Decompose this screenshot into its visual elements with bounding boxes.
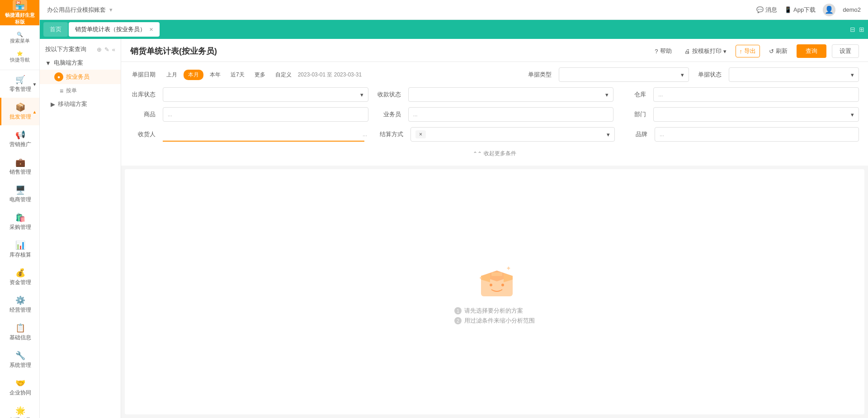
sidebar-nav-item-finance[interactable]: 💰 资金管理 (0, 263, 40, 291)
payment-tag: × (415, 130, 426, 138)
payment-tag-close[interactable]: × (419, 131, 422, 138)
left-panel: 按以下方案查询 ⊕ ✎ « ▼ 电脑端方案 ● 按业务员 (40, 39, 121, 418)
payment-label: 结算方式 (378, 130, 403, 138)
sidebar-nav-item-retail[interactable]: 🛒 零售管理 ▼ (0, 70, 40, 98)
brand-select[interactable]: ... (655, 127, 859, 142)
settings-btn[interactable]: 设置 (832, 44, 859, 58)
print-dropdown-icon: ▾ (723, 48, 726, 55)
tab-home[interactable]: 首页 (43, 22, 68, 37)
user-label: demo2 (843, 6, 861, 13)
enterprise-label: 企业协同 (9, 389, 31, 397)
app-logo: 🏪 畅捷通好生意 标版 (0, 0, 40, 25)
query-btn[interactable]: 查询 (797, 44, 826, 58)
help-icon: ? (655, 48, 658, 55)
collapse-filter-btn[interactable]: ⌃⌃ 收起更多条件 (130, 147, 859, 160)
more-btn[interactable]: 更多 (251, 70, 269, 80)
quick-nav-btn[interactable]: ⭐ 快捷导航 (2, 48, 38, 66)
payment-select[interactable]: × ▾ (410, 127, 615, 142)
window-maximize-btn[interactable]: ⊞ (859, 26, 864, 33)
expand-icon: ▼ (45, 60, 51, 66)
doc-type-select[interactable]: ▾ (559, 67, 689, 82)
empty-svg: ✦ ✦ (474, 257, 519, 302)
dropdown-icon[interactable]: ▾ (109, 6, 113, 13)
last-7-btn[interactable]: 近7天 (227, 70, 248, 80)
search-menu-btn[interactable]: 🔍 搜索菜单 (2, 29, 38, 47)
refresh-btn[interactable]: ↺ 刷新 (765, 45, 791, 57)
finance-icon: 💰 (15, 268, 25, 278)
mobile-scheme-group: ▶ 移动端方案 (40, 97, 121, 111)
inventory-icon: 📊 (15, 240, 25, 250)
user-avatar[interactable]: 👤 (823, 4, 835, 16)
panel-tree: ▼ 电脑端方案 ● 按业务员 ≡ 按单 ▶ 移动端方案 (40, 56, 121, 111)
staff-label: 业务员 (376, 110, 401, 119)
help-btn[interactable]: ? 帮助 (651, 45, 675, 57)
pc-scheme-group: ▼ 电脑端方案 ● 按业务员 ≡ 按单 (40, 56, 121, 97)
sidebar-nav-item-basic[interactable]: 📋 基础信息 (0, 318, 40, 346)
sidebar-nav-item-system[interactable]: 🔧 系统管理 (0, 346, 40, 374)
sidebar-nav-item-operations[interactable]: ⚙️ 经营管理 (0, 291, 40, 318)
marketing-icon: 📢 (15, 130, 25, 140)
export-icon: ↑ (740, 48, 743, 55)
tab-sales-report[interactable]: 销货单统计表（按业务员） ✕ (69, 22, 160, 37)
sidebar-nav-item-ecommerce[interactable]: 🖥️ 电商管理 (0, 180, 40, 208)
sidebar-nav-item-marketing[interactable]: 📢 营销推广 (0, 125, 40, 153)
hint2-num: 2 (454, 317, 462, 324)
sidebar-nav-item-sales[interactable]: 💼 销售管理 (0, 153, 40, 180)
staff-select[interactable]: ... (408, 107, 614, 122)
sidebar-nav-item-newbie[interactable]: 🌟 新手引导 (0, 401, 40, 418)
edit-scheme-icon[interactable]: ✎ (104, 46, 109, 53)
sidebar-nav-item-inventory[interactable]: 📊 库存核算 (0, 236, 40, 263)
page-title-row: 销货单统计表(按业务员) ? 帮助 🖨 按模板打印 ▾ ↑ (130, 44, 859, 62)
sidebar-nav-item-purchase[interactable]: 🛍️ 采购管理 (0, 208, 40, 236)
doc-type-label: 单据类型 (526, 71, 552, 79)
scheme-by-order[interactable]: ≡ 按单 (40, 84, 121, 97)
by-staff-label: 按业务员 (66, 73, 90, 81)
scheme-by-staff[interactable]: ● 按业务员 (40, 70, 121, 84)
refresh-icon: ↺ (769, 48, 774, 55)
window-minimize-btn[interactable]: ⊟ (850, 26, 855, 33)
this-year-btn[interactable]: 本年 (206, 70, 224, 80)
brand-label: 品牌 (622, 130, 647, 138)
wholesale-label: 批发管理 (9, 113, 31, 121)
doc-status-select[interactable]: ▾ (729, 67, 859, 82)
message-btn[interactable]: 💬 消息 (756, 6, 777, 14)
quick-nav-label: 快捷导航 (10, 57, 30, 63)
basic-label: 基础信息 (9, 334, 31, 342)
sidebar-nav-item-wholesale[interactable]: 📦 批发管理 ▲ (0, 98, 40, 125)
last-month-btn[interactable]: 上月 (163, 70, 181, 80)
app-download-btn[interactable]: 📱 App下载 (784, 6, 816, 14)
mobile-scheme-header[interactable]: ▶ 移动端方案 (40, 97, 121, 111)
right-panel: 销货单统计表(按业务员) ? 帮助 🖨 按模板打印 ▾ ↑ (121, 39, 868, 418)
retail-icon: 🛒 (15, 75, 25, 85)
tab-close-icon[interactable]: ✕ (149, 27, 153, 33)
department-select[interactable]: ▾ (653, 107, 859, 122)
custom-btn[interactable]: 自定义 (272, 70, 295, 80)
doc-type-dropdown-icon: ▾ (681, 71, 684, 78)
recipient-input[interactable] (163, 127, 364, 142)
add-scheme-icon[interactable]: ⊕ (97, 46, 102, 53)
warehouse-select[interactable]: ... (653, 87, 859, 102)
pc-scheme-header[interactable]: ▼ 电脑端方案 (40, 56, 121, 70)
mobile-scheme-label: 移动端方案 (58, 100, 87, 108)
help-label: 帮助 (660, 47, 672, 55)
this-month-btn[interactable]: 本月 (184, 70, 203, 80)
inventory-label: 库存核算 (9, 251, 31, 259)
message-label: 消息 (765, 6, 777, 14)
svg-text:✦: ✦ (479, 276, 482, 280)
receive-status-select[interactable]: ▾ (408, 87, 614, 102)
sidebar-search-section: 🔍 搜索菜单 ⭐ 快捷导航 (0, 25, 39, 70)
product-select[interactable]: ... (163, 107, 368, 122)
export-btn[interactable]: ↑ 导出 (736, 45, 760, 57)
print-template-btn[interactable]: 🖨 按模板打印 ▾ (681, 45, 730, 57)
sidebar-nav-item-enterprise[interactable]: 🤝 企业协同 (0, 374, 40, 401)
recipient-label: 收货人 (130, 130, 156, 138)
finance-label: 资金管理 (9, 279, 31, 286)
doc-status-dropdown-icon: ▾ (851, 71, 854, 78)
out-status-select[interactable]: ▾ (163, 87, 368, 102)
sales-label: 销售管理 (9, 168, 31, 176)
empty-state: ✦ ✦ 1 请先选择要分析的方案 2 用过滤条件来缩小分析范围 (454, 257, 535, 327)
marketing-label: 营销推广 (9, 141, 31, 148)
system-icon: 🔧 (15, 351, 25, 361)
collapse-panel-icon[interactable]: « (112, 46, 115, 53)
pc-scheme-label: 电脑端方案 (54, 59, 83, 67)
